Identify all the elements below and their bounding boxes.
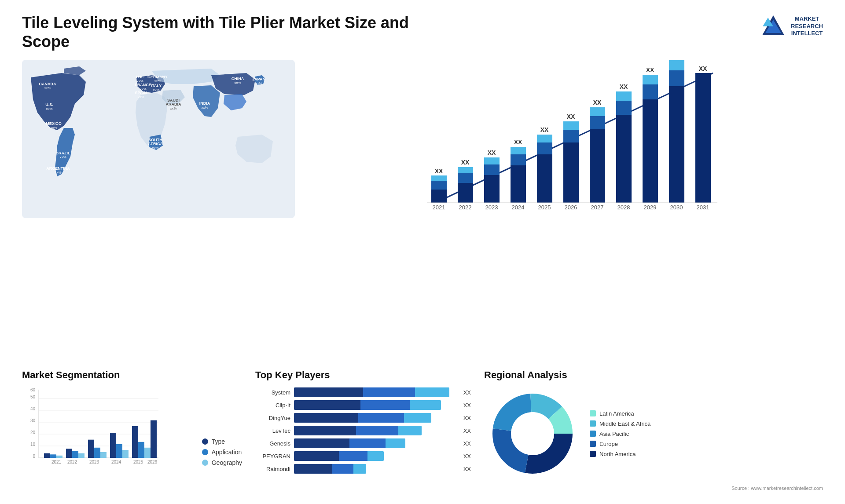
logo-text: MARKET RESEARCH INTELLECT: [791, 15, 823, 38]
svg-rect-120: [122, 450, 129, 458]
svg-text:U.K.: U.K.: [136, 75, 144, 79]
svg-rect-54: [511, 154, 526, 165]
donut-container: Latin America Middle East & Africa Asia …: [484, 385, 823, 482]
list-item: Raimondi XX: [255, 464, 471, 474]
seg-chart-svg: 0 10 20 30 40 50 60: [22, 385, 163, 473]
player-value: XX: [463, 427, 471, 434]
svg-rect-108: [56, 456, 62, 458]
legend-dot-geography: [202, 460, 208, 466]
svg-text:2026: 2026: [565, 204, 577, 211]
legend-item-geography: Geography: [202, 459, 242, 466]
player-name: LevTec: [255, 427, 290, 434]
legend-label-geography: Geography: [212, 459, 242, 466]
svg-rect-40: [431, 175, 447, 181]
svg-text:xx%: xx%: [153, 88, 159, 92]
list-item: LevTec XX: [255, 426, 471, 435]
svg-rect-60: [537, 135, 552, 142]
legend-label-apac: Asia Pacific: [599, 431, 629, 437]
svg-rect-87: [695, 73, 711, 203]
svg-text:2027: 2027: [591, 204, 604, 211]
svg-text:2023: 2023: [485, 204, 498, 211]
players-list: System XX Clip-It: [255, 387, 471, 474]
svg-text:XX: XX: [593, 99, 602, 106]
svg-text:GERMANY: GERMANY: [147, 75, 168, 79]
svg-rect-65: [563, 121, 579, 130]
svg-text:MEXICO: MEXICO: [46, 121, 62, 126]
logo-icon: [760, 13, 786, 40]
svg-text:XX: XX: [646, 66, 654, 73]
svg-rect-43: [458, 183, 473, 203]
svg-text:ITALY: ITALY: [151, 84, 162, 88]
svg-rect-75: [616, 91, 632, 101]
player-name: Genesis: [255, 440, 290, 447]
player-bar-container: [294, 400, 458, 410]
bar-seg1: [294, 438, 349, 448]
svg-rect-63: [563, 142, 579, 203]
seg-chart-container: 0 10 20 30 40 50 60: [22, 385, 242, 475]
svg-text:2030: 2030: [670, 204, 683, 211]
player-name: Raimondi: [255, 466, 290, 472]
svg-rect-79: [643, 84, 658, 99]
legend-label-type: Type: [212, 438, 225, 445]
svg-text:xx%: xx%: [234, 81, 241, 85]
svg-text:2021: 2021: [51, 460, 62, 464]
bar-seg1: [294, 387, 363, 397]
svg-text:xx%: xx%: [255, 81, 262, 85]
bar-seg2: [339, 451, 367, 461]
legend-label-latin-america: Latin America: [599, 410, 634, 417]
legend-color-mea: [590, 420, 596, 427]
svg-rect-38: [431, 190, 447, 203]
svg-rect-44: [458, 173, 473, 183]
players-title: Top Key Players: [255, 369, 471, 381]
svg-text:XX: XX: [620, 83, 628, 90]
legend-label-mea: Middle East & Africa: [599, 420, 650, 427]
bar-seg1: [294, 464, 332, 474]
svg-text:2022: 2022: [459, 204, 472, 211]
svg-rect-115: [94, 448, 100, 458]
player-value: XX: [463, 389, 471, 396]
player-value: XX: [463, 402, 471, 409]
svg-text:xx%: xx%: [137, 95, 144, 99]
svg-text:XX: XX: [461, 159, 470, 166]
bar-seg2: [360, 400, 410, 410]
bar-seg1: [294, 400, 360, 410]
bar-seg2: [356, 426, 399, 435]
legend-color-europe: [590, 441, 596, 447]
svg-text:40: 40: [30, 406, 36, 411]
svg-text:xx%: xx%: [50, 126, 57, 130]
bar-seg2: [358, 413, 404, 423]
svg-rect-107: [50, 454, 56, 458]
svg-text:xx%: xx%: [154, 79, 161, 83]
svg-rect-85: [669, 60, 684, 70]
player-bar-container: [294, 387, 458, 397]
svg-text:XX: XX: [540, 126, 549, 133]
svg-text:2024: 2024: [111, 460, 121, 464]
svg-rect-80: [643, 75, 658, 84]
legend-item-europe: Europe: [590, 441, 650, 447]
player-bar: [294, 438, 405, 448]
svg-rect-48: [484, 175, 500, 203]
svg-rect-114: [88, 440, 94, 458]
svg-text:2025: 2025: [538, 204, 551, 211]
map-wrapper: CANADA xx% U.S. xx% MEXICO xx% BRAZIL xx…: [22, 60, 295, 218]
seg-chart: 0 10 20 30 40 50 60: [22, 385, 193, 475]
svg-rect-124: [144, 448, 151, 458]
list-item: DingYue XX: [255, 413, 471, 423]
list-item: PEYGRAN XX: [255, 451, 471, 461]
donut-chart-svg: [484, 385, 581, 482]
bar-seg1: [294, 413, 358, 423]
svg-text:CANADA: CANADA: [39, 82, 56, 86]
svg-text:XX: XX: [699, 65, 707, 72]
player-name: Clip-It: [255, 402, 290, 409]
svg-rect-123: [138, 442, 144, 458]
legend-dot-type: [202, 438, 208, 445]
bar-seg3: [398, 426, 422, 435]
player-bar-container: [294, 464, 458, 474]
svg-text:2023: 2023: [89, 460, 99, 464]
svg-text:BRAZIL: BRAZIL: [56, 151, 70, 155]
bar-seg2: [363, 387, 415, 397]
svg-rect-111: [72, 451, 78, 458]
bar-seg2: [332, 464, 353, 474]
svg-rect-116: [100, 452, 107, 458]
svg-text:20: 20: [30, 430, 36, 435]
